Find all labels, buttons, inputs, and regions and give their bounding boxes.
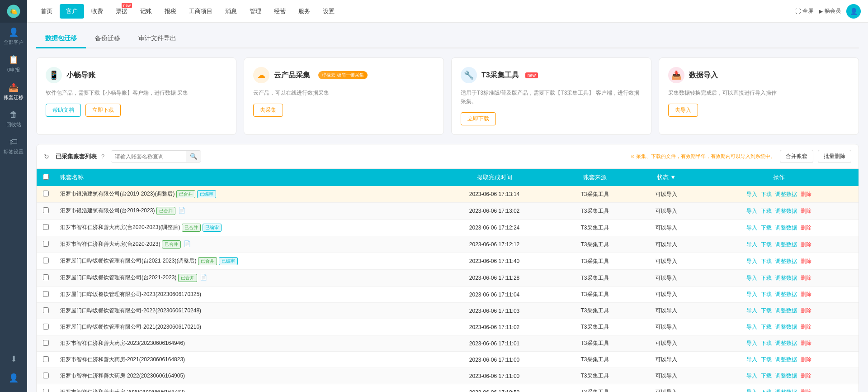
action-调整数据[interactable]: 调整数据 [775, 373, 797, 379]
search-button[interactable]: 🔍 [186, 151, 201, 162]
action-调整数据[interactable]: 调整数据 [775, 307, 797, 314]
batch-delete-button[interactable]: 批量删除 [818, 150, 851, 163]
row-checkbox[interactable] [43, 191, 49, 196]
nav-home[interactable]: 首页 [34, 0, 59, 23]
file-icon[interactable]: 📄 [184, 240, 191, 247]
row-checkbox[interactable] [43, 389, 49, 392]
action-下载[interactable]: 下载 [761, 356, 772, 363]
action-调整数据[interactable]: 调整数据 [775, 291, 797, 297]
action-删除[interactable]: 删除 [801, 208, 811, 214]
user-avatar[interactable]: 👤 [846, 4, 861, 19]
action-删除[interactable]: 删除 [801, 389, 811, 392]
action-导入[interactable]: 导入 [746, 373, 757, 379]
action-导入[interactable]: 导入 [746, 307, 757, 314]
action-导入[interactable]: 导入 [746, 208, 757, 214]
action-下载[interactable]: 下载 [761, 275, 772, 281]
sidebar-download[interactable]: ⬇ [0, 349, 27, 368]
action-调整数据[interactable]: 调整数据 [775, 340, 797, 346]
action-导入[interactable]: 导入 [746, 291, 757, 297]
nav-operation[interactable]: 经营 [268, 0, 292, 23]
action-导入[interactable]: 导入 [746, 225, 757, 231]
action-删除[interactable]: 删除 [801, 258, 811, 264]
action-下载[interactable]: 下载 [761, 241, 772, 248]
nav-message[interactable]: 消息 [219, 0, 243, 23]
action-导入[interactable]: 导入 [746, 340, 757, 346]
go-import-button[interactable]: 去导入 [668, 104, 698, 117]
action-删除[interactable]: 删除 [801, 275, 811, 281]
file-icon[interactable]: 📄 [200, 274, 207, 281]
action-删除[interactable]: 删除 [801, 307, 811, 314]
help-icon[interactable]: ? [101, 153, 104, 160]
row-checkbox[interactable] [43, 324, 49, 330]
action-导入[interactable]: 导入 [746, 258, 757, 264]
sidebar-item-tag-settings[interactable]: 🏷 标签设置 [0, 133, 27, 160]
nav-manage[interactable]: 管理 [243, 0, 268, 23]
tab-data-migrate[interactable]: 数据包迁移 [36, 30, 86, 48]
action-调整数据[interactable]: 调整数据 [775, 324, 797, 330]
action-调整数据[interactable]: 调整数据 [775, 241, 797, 248]
header-checkbox[interactable] [37, 169, 55, 186]
sidebar-item-account-migrate[interactable]: 📤 账套迁移 [0, 78, 27, 105]
row-checkbox[interactable] [43, 224, 49, 230]
action-导入[interactable]: 导入 [746, 324, 757, 330]
action-导入[interactable]: 导入 [746, 241, 757, 248]
app-logo[interactable]: 🍋 [0, 0, 27, 23]
nav-fee[interactable]: 收费 [85, 0, 109, 23]
go-collect-button[interactable]: 去采集 [253, 104, 283, 117]
action-调整数据[interactable]: 调整数据 [775, 356, 797, 363]
action-调整数据[interactable]: 调整数据 [775, 191, 797, 197]
header-status[interactable]: 状态 ▼ [634, 169, 699, 186]
sidebar-item-zero-report[interactable]: 📋 0申报 [0, 50, 27, 78]
action-删除[interactable]: 删除 [801, 356, 811, 363]
row-checkbox[interactable] [43, 207, 49, 213]
action-导入[interactable]: 导入 [746, 191, 757, 197]
refresh-icon[interactable]: ↻ [44, 153, 49, 160]
file-icon[interactable]: 📄 [178, 207, 185, 214]
action-下载[interactable]: 下载 [761, 291, 772, 297]
action-调整数据[interactable]: 调整数据 [775, 225, 797, 231]
select-all-checkbox[interactable] [43, 174, 49, 180]
row-checkbox[interactable] [43, 291, 49, 297]
action-删除[interactable]: 删除 [801, 225, 811, 231]
nav-business[interactable]: 工商项目 [183, 0, 219, 23]
help-doc-button[interactable]: 帮助文档 [46, 104, 81, 117]
nav-bookkeeping[interactable]: 记账 [134, 0, 158, 23]
fullscreen-button[interactable]: ⛶ 全屏 [795, 7, 813, 15]
row-checkbox[interactable] [43, 340, 49, 346]
action-下载[interactable]: 下载 [761, 258, 772, 264]
action-删除[interactable]: 删除 [801, 291, 811, 297]
tab-backup-migrate[interactable]: 备份迁移 [86, 30, 129, 48]
sidebar-user[interactable]: 👤 [0, 368, 27, 387]
row-checkbox[interactable] [43, 373, 49, 378]
search-input[interactable] [111, 151, 186, 162]
nav-settings[interactable]: 设置 [316, 0, 341, 23]
action-下载[interactable]: 下载 [761, 389, 772, 392]
action-导入[interactable]: 导入 [746, 356, 757, 363]
action-下载[interactable]: 下载 [761, 225, 772, 231]
action-删除[interactable]: 删除 [801, 324, 811, 330]
row-checkbox[interactable] [43, 307, 49, 313]
sidebar-item-all-clients[interactable]: 👤 全部客户 [0, 23, 27, 50]
action-下载[interactable]: 下载 [761, 340, 772, 346]
action-下载[interactable]: 下载 [761, 373, 772, 379]
action-调整数据[interactable]: 调整数据 [775, 208, 797, 214]
action-下载[interactable]: 下载 [761, 191, 772, 197]
action-删除[interactable]: 删除 [801, 191, 811, 197]
download-t3-button[interactable]: 立即下载 [461, 112, 496, 125]
action-下载[interactable]: 下载 [761, 208, 772, 214]
merge-button[interactable]: 合并账套 [780, 150, 813, 163]
action-删除[interactable]: 删除 [801, 340, 811, 346]
row-checkbox[interactable] [43, 258, 49, 263]
row-checkbox[interactable] [43, 274, 49, 280]
action-调整数据[interactable]: 调整数据 [775, 258, 797, 264]
nav-client[interactable]: 客户 [60, 4, 84, 19]
action-删除[interactable]: 删除 [801, 241, 811, 248]
download-now-button[interactable]: 立即下载 [85, 104, 121, 117]
tab-audit-export[interactable]: 审计文件导出 [129, 30, 185, 48]
row-checkbox[interactable] [43, 241, 49, 247]
action-导入[interactable]: 导入 [746, 275, 757, 281]
action-删除[interactable]: 删除 [801, 373, 811, 379]
sidebar-item-recycle[interactable]: 🗑 回收站 [0, 105, 27, 133]
action-调整数据[interactable]: 调整数据 [775, 389, 797, 392]
nav-tax[interactable]: 报税 [158, 0, 183, 23]
